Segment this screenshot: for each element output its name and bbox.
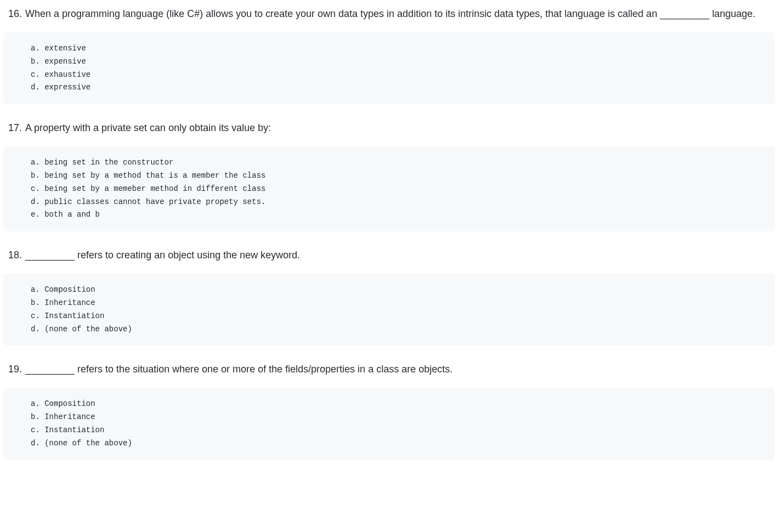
question-body: A property with a private set can only o…: [25, 121, 773, 135]
options-block-17: a. being set in the constructor b. being…: [3, 146, 775, 231]
question-body: _________ refers to creating an object u…: [25, 248, 773, 263]
question-body: When a programming language (like C#) al…: [25, 7, 773, 21]
question-number: 18.: [5, 248, 22, 263]
options-block-16: a. extensive b. expensive c. exhaustive …: [3, 32, 775, 104]
options-block-18: a. Composition b. Inheritance c. Instant…: [3, 274, 775, 346]
question-text: 19. _________ refers to the situation wh…: [5, 362, 773, 377]
question-number: 19.: [5, 362, 22, 377]
question-text: 18. _________ refers to creating an obje…: [5, 248, 773, 263]
question-17: 17. A property with a private set can on…: [0, 121, 778, 135]
question-text: 17. A property with a private set can on…: [5, 121, 773, 135]
question-16: 16. When a programming language (like C#…: [0, 7, 778, 21]
question-number: 17.: [5, 121, 22, 135]
question-18: 18. _________ refers to creating an obje…: [0, 248, 778, 263]
question-19: 19. _________ refers to the situation wh…: [0, 362, 778, 377]
question-text: 16. When a programming language (like C#…: [5, 7, 773, 21]
question-number: 16.: [5, 7, 22, 21]
question-body: _________ refers to the situation where …: [25, 362, 773, 377]
options-block-19: a. Composition b. Inheritance c. Instant…: [3, 388, 775, 460]
